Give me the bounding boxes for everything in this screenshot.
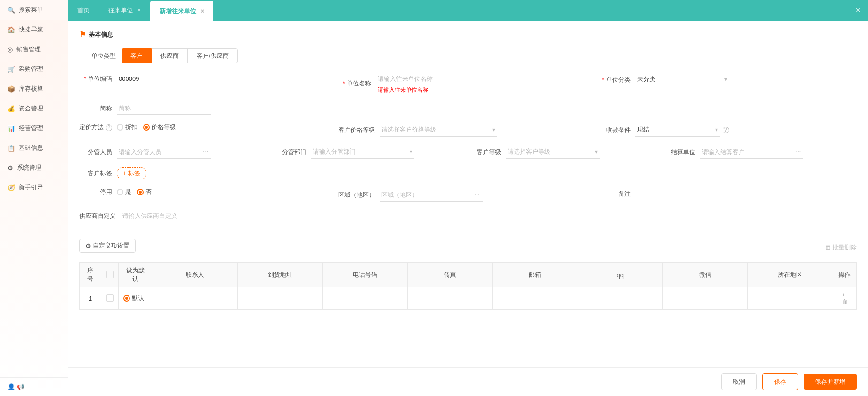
row-wechat-input[interactable]: [668, 295, 743, 302]
no-radio-circle: [137, 189, 144, 195]
row-address-input[interactable]: [243, 295, 318, 302]
tab-home-label: 首页: [77, 6, 90, 15]
pricing-help-icon[interactable]: ?: [106, 124, 112, 131]
unit-category-chevron-icon: ▾: [724, 76, 727, 83]
window-close-button[interactable]: ×: [848, 6, 868, 16]
pricing-radio-discount[interactable]: 折扣: [117, 123, 137, 132]
sidebar-item-sales[interactable]: ◎ 销售管理: [0, 39, 68, 59]
field-pricing: 定价方法 ? 折扣 价格等级: [79, 123, 338, 132]
row-delete-icon[interactable]: 🗑: [842, 298, 848, 305]
payment-help-icon[interactable]: ?: [723, 127, 729, 133]
customer-level-chevron-icon: ▾: [595, 148, 598, 155]
row-add-icon[interactable]: +: [841, 291, 845, 298]
save-new-button[interactable]: 保存并新增: [804, 374, 857, 390]
customer-price-select[interactable]: 请选择客户价格等级 ▾: [380, 123, 497, 137]
sidebar-item-guide[interactable]: 🧭 新手引导: [0, 178, 68, 197]
payment-label: 收款条件: [598, 126, 635, 134]
batch-delete-button[interactable]: 🗑 批量删除: [825, 243, 857, 252]
disable-radio-no[interactable]: 否: [137, 188, 152, 196]
sidebar-search-item[interactable]: 🔍 搜索菜单: [0, 0, 68, 20]
dept-placeholder: 请输入分管部门: [313, 148, 408, 156]
disable-label: 停用: [79, 188, 117, 196]
row-default-cell: 默认: [119, 287, 152, 310]
field-manager: 分管人员 ···: [79, 145, 274, 159]
sidebar-item-purchase[interactable]: 🛒 采购管理: [0, 59, 68, 79]
row-email-input[interactable]: [497, 295, 572, 302]
field-dept: 分管部门 请输入分管部门 ▾: [274, 145, 468, 159]
unit-category-label: 单位分类: [598, 76, 635, 84]
settlement-more-icon[interactable]: ···: [795, 148, 801, 156]
th-wechat: 微信: [662, 263, 747, 287]
pricing-label: 定价方法 ?: [79, 123, 117, 132]
th-no: 序号: [80, 263, 101, 287]
manager-input[interactable]: [119, 148, 201, 155]
supplier-custom-label: 供应商自定义: [79, 212, 121, 220]
sidebar-search-label: 搜索菜单: [19, 6, 43, 14]
row-contact-input[interactable]: [157, 295, 232, 302]
region-more-icon[interactable]: ···: [475, 190, 481, 199]
custom-settings-button[interactable]: ⚙ 自定义项设置: [79, 239, 136, 253]
supplier-custom-input[interactable]: [121, 210, 214, 222]
row-qq-input[interactable]: [583, 295, 658, 302]
row-phone-input[interactable]: [327, 295, 403, 302]
row-wechat-cell: [662, 287, 747, 310]
sidebar-item-label: 资金管理: [19, 104, 43, 113]
manager-more-icon[interactable]: ···: [203, 148, 209, 156]
disable-radio-group: 是 否: [117, 188, 152, 196]
row-region-input[interactable]: [753, 295, 828, 302]
disable-radio-yes[interactable]: 是: [117, 188, 131, 196]
form-row-6: 停用 是 否 区域（地区） ···: [79, 188, 857, 202]
tab-partner[interactable]: 往来单位 ×: [99, 0, 150, 21]
form-row-1: 单位编码 单位名称 请输入往来单位名称 单位分类 未分类 ▾: [79, 73, 857, 94]
payment-select[interactable]: 现结 ▾: [635, 123, 720, 137]
tab-new-partner-close[interactable]: ×: [201, 8, 204, 15]
row-fax-input[interactable]: [412, 295, 487, 302]
abbr-input[interactable]: [117, 102, 211, 115]
section-icon: ⚑: [79, 30, 86, 39]
contact-table: 序号 设为默认 联系人 到货地址 电话号码 传真 邮箱 qq 微信 所在地区 操…: [79, 262, 857, 310]
settlement-input[interactable]: [702, 148, 793, 155]
sidebar-item-basic[interactable]: 📋 基础信息: [0, 138, 68, 158]
sidebar-item-inventory[interactable]: 📦 库存核算: [0, 79, 68, 99]
tab-partner-close[interactable]: ×: [137, 7, 141, 14]
remark-input[interactable]: [635, 188, 776, 200]
abbr-label: 简称: [79, 104, 117, 113]
row-contact-cell: [152, 287, 237, 310]
row-default-radio[interactable]: 默认: [123, 294, 147, 303]
dept-select[interactable]: 请输入分管部门 ▾: [311, 145, 414, 159]
sidebar-item-system[interactable]: ⚙ 系统管理: [0, 158, 68, 178]
settlement-label: 结算单位: [662, 148, 700, 156]
unit-name-input[interactable]: [376, 73, 507, 85]
select-all-checkbox[interactable]: [106, 271, 114, 278]
form-row-3: 定价方法 ? 折扣 价格等级 客户价格等级 请选择客户价: [79, 123, 857, 137]
field-customer-tag: 客户标签 + 标签: [79, 167, 857, 179]
row-checkbox[interactable]: [106, 294, 114, 302]
no-radio-label: 否: [145, 188, 152, 196]
field-abbr: 简称: [79, 102, 857, 115]
add-tag-button[interactable]: + 标签: [117, 167, 146, 179]
row-address-cell: [237, 287, 322, 310]
sidebar-item-label: 快捷导航: [19, 25, 43, 34]
unit-type-supplier-btn[interactable]: 供应商: [152, 48, 188, 63]
cancel-button[interactable]: 取消: [721, 373, 757, 390]
customer-tag-label: 客户标签: [79, 169, 117, 178]
sidebar-item-label: 经营管理: [19, 124, 43, 132]
unit-name-error: 请输入往来单位名称: [376, 86, 597, 94]
unit-code-input[interactable]: [117, 73, 211, 85]
customer-level-select[interactable]: 请选择客户等级 ▾: [506, 145, 600, 159]
save-button[interactable]: 保存: [762, 373, 798, 390]
sidebar-item-finance[interactable]: 💰 资金管理: [0, 99, 68, 118]
unit-type-both-btn[interactable]: 客户/供应商: [188, 48, 238, 63]
tab-home[interactable]: 首页: [68, 0, 99, 21]
field-customer-price: 客户价格等级 请选择客户价格等级 ▾: [338, 123, 597, 137]
tab-new-partner[interactable]: 新增往来单位 ×: [150, 1, 213, 22]
sidebar-item-quick-nav[interactable]: 🏠 快捷导航: [0, 20, 68, 39]
th-email: 邮箱: [493, 263, 578, 287]
unit-category-select[interactable]: 未分类 ▾: [635, 73, 729, 86]
region-input[interactable]: [381, 191, 473, 198]
sidebar: 🔍 搜索菜单 🏠 快捷导航 ◎ 销售管理 🛒 采购管理 📦 库存核算 💰 资金管…: [0, 0, 68, 396]
sidebar-item-operations[interactable]: 📊 经营管理: [0, 118, 68, 138]
search-icon: 🔍: [8, 7, 15, 14]
pricing-radio-price-level[interactable]: 价格等级: [143, 123, 176, 132]
unit-type-customer-btn[interactable]: 客户: [122, 48, 152, 63]
